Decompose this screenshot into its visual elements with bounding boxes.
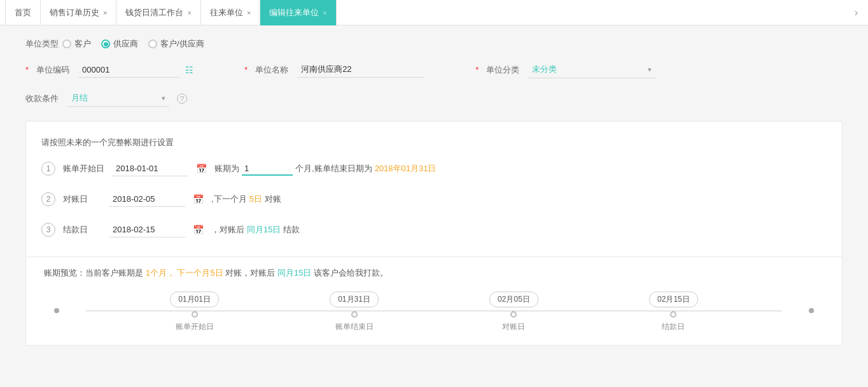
unit-code-label: 单位编码 <box>36 64 69 76</box>
step-date-2: 2018-02-05 <box>109 192 185 207</box>
timeline-right-dot <box>809 308 814 313</box>
timeline-badge-4: 02月15日 <box>649 292 698 307</box>
close-tab-sales-history[interactable]: × <box>103 9 107 17</box>
timeline: 01月01日 账单开始日 01月31日 账单结束日 02月05日 对账日 <box>41 292 827 332</box>
step-desc-3: ，对账后 同月15日 结款 <box>211 224 300 236</box>
radio-customer-supplier[interactable]: 客户/供应商 <box>148 38 204 50</box>
preview-month: 1个月， <box>146 268 175 278</box>
period-num-input[interactable] <box>242 162 293 176</box>
step-row-2: 2 对账日 2018-02-05 📅 ,下一个月 5日 对账 <box>41 192 827 207</box>
help-icon[interactable]: ? <box>177 94 187 104</box>
timeline-point-3: 02月05日 对账日 <box>489 292 538 332</box>
unit-code-group: * 单位编码 ☷ <box>25 62 193 78</box>
timeline-badge-1: 01月01日 <box>170 292 219 307</box>
step-label-2: 对账日 <box>63 194 101 205</box>
unit-type-radio-group: 客户 供应商 客户/供应商 <box>62 38 204 50</box>
radio-circle-supplier <box>101 39 110 48</box>
timeline-label-1: 账单开始日 <box>176 321 214 332</box>
payment-day: 同月15日 <box>247 224 281 236</box>
timeline-dot-2 <box>351 311 358 318</box>
preview-reconcile: 下一个月5日 <box>177 268 223 278</box>
tab-bar: 首页 销售订单历史 × 钱货日清工作台 × 往来单位 × 编辑往来单位 × › <box>0 0 868 25</box>
timeline-dot-3 <box>510 311 517 318</box>
timeline-left-dot <box>54 308 59 313</box>
chevron-down-icon: ▾ <box>648 66 652 74</box>
radio-circle-customer <box>62 39 71 48</box>
radio-customer[interactable]: 客户 <box>62 38 91 50</box>
calendar-icon-2[interactable]: 📅 <box>193 194 204 204</box>
step-desc-2: ,下一个月 5日 对账 <box>211 194 281 205</box>
timeline-dot-1 <box>192 311 198 318</box>
radio-supplier[interactable]: 供应商 <box>101 38 138 50</box>
tab-cashier[interactable]: 钱货日清工作台 × <box>116 0 200 25</box>
timeline-label-4: 结款日 <box>662 321 685 332</box>
calendar-icon-3[interactable]: 📅 <box>193 225 204 235</box>
period-end-date: 2018年01月31日 <box>375 163 437 174</box>
unit-category-value: 未分类 <box>532 64 648 75</box>
timeline-point-2: 01月31日 账单结束日 <box>330 292 379 332</box>
timeline-point-4: 02月15日 结款日 <box>649 292 698 332</box>
timeline-label-3: 对账日 <box>502 321 525 332</box>
preview-text: 账期预览：当前客户账期是 1个月， 下一个月5日 对账，对账后 同月15日 该客… <box>41 267 827 279</box>
payment-condition-row: 收款条件 月结 ▾ ? <box>25 90 843 107</box>
step-num-1: 1 <box>41 162 55 176</box>
tab-edit-partner[interactable]: 编辑往来单位 × <box>260 0 336 25</box>
step-desc-1: 账期为 个月,账单结束日期为 2018年01月31日 <box>214 162 436 176</box>
unit-type-row: 单位类型 客户 供应商 客户/供应商 <box>25 38 843 50</box>
section-title: 请按照未来的一个完整帐期进行设置 <box>41 137 827 148</box>
unit-name-label: 单位名称 <box>255 64 288 76</box>
main-content: 单位类型 客户 供应商 客户/供应商 * 单位编码 ☷ * 单位名称 <box>0 25 868 387</box>
step-date-1: 2018-01-01 <box>112 161 188 176</box>
timeline-right-end <box>809 292 814 313</box>
unit-type-label: 单位类型 <box>25 38 59 50</box>
chevron-down-icon-payment: ▾ <box>162 94 165 102</box>
unit-category-select[interactable]: 未分类 ▾ <box>528 61 655 78</box>
unit-category-label: 单位分类 <box>486 64 519 76</box>
tab-home[interactable]: 首页 <box>5 0 41 25</box>
unit-name-group: * 单位名称 <box>244 62 424 78</box>
step-num-3: 3 <box>41 223 55 237</box>
step-label-1: 账单开始日 <box>63 163 104 174</box>
step-label-3: 结款日 <box>63 224 101 236</box>
unit-category-group: * 单位分类 未分类 ▾ <box>475 61 655 78</box>
close-tab-partners[interactable]: × <box>247 9 251 17</box>
reconcile-day: 5日 <box>249 194 262 205</box>
close-tab-cashier[interactable]: × <box>187 9 191 17</box>
tab-sales-history[interactable]: 销售订单历史 × <box>41 0 116 25</box>
period-section: 请按照未来的一个完整帐期进行设置 1 账单开始日 2018-01-01 📅 账期… <box>25 121 843 257</box>
calendar-icon-1[interactable]: 📅 <box>196 164 207 174</box>
step-row-3: 3 结款日 2018-02-15 📅 ，对账后 同月15日 结款 <box>41 222 827 237</box>
unit-details-row: * 单位编码 ☷ * 单位名称 * 单位分类 未分类 ▾ <box>25 61 843 78</box>
step-row-1: 1 账单开始日 2018-01-01 📅 账期为 个月,账单结束日期为 2018… <box>41 161 827 176</box>
preview-section: 账期预览：当前客户账期是 1个月， 下一个月5日 对账，对账后 同月15日 该客… <box>25 257 843 346</box>
tab-partners[interactable]: 往来单位 × <box>201 0 260 25</box>
timeline-dot-4 <box>670 311 676 318</box>
timeline-left-end <box>54 292 59 313</box>
tab-more-button[interactable]: › <box>850 7 863 18</box>
copy-icon[interactable]: ☷ <box>185 65 193 75</box>
timeline-badge-2: 01月31日 <box>330 292 379 307</box>
payment-condition-label: 收款条件 <box>25 93 59 104</box>
preview-payment: 同月15日 <box>277 268 311 278</box>
unit-name-input[interactable] <box>297 62 424 78</box>
payment-condition-select[interactable]: 月结 ▾ <box>67 90 169 107</box>
step-date-3: 2018-02-15 <box>109 222 185 237</box>
payment-condition-value: 月结 <box>71 92 162 104</box>
timeline-point-1: 01月01日 账单开始日 <box>170 292 219 332</box>
radio-circle-customer-supplier <box>148 39 157 48</box>
timeline-label-2: 账单结束日 <box>335 321 374 332</box>
close-tab-edit-partner[interactable]: × <box>323 9 326 17</box>
unit-code-input[interactable] <box>78 62 180 78</box>
step-num-2: 2 <box>41 192 55 206</box>
timeline-badge-3: 02月05日 <box>489 292 538 307</box>
